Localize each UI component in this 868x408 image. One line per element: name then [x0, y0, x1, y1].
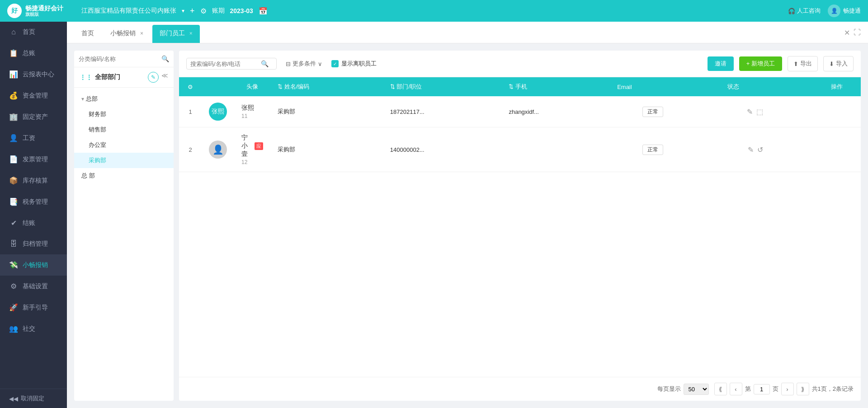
consultant-btn[interactable]: 🎧 人工咨询	[788, 7, 821, 15]
export-btn[interactable]: ⬆ 导出	[788, 56, 818, 71]
dept-edit-btn[interactable]: ✎	[148, 72, 159, 83]
user-area[interactable]: 👤 畅捷通	[828, 5, 861, 17]
dept-node-finance[interactable]: 财务部	[74, 107, 174, 122]
headset-icon: 🎧	[788, 8, 795, 14]
sidebar-item-salary[interactable]: 👤 工资	[0, 127, 67, 149]
dept-search-bar: 🔍	[74, 51, 174, 67]
sidebar-item-checkout[interactable]: ✔ 结账	[0, 212, 67, 234]
last-page-btn[interactable]: ⟫	[797, 383, 809, 395]
show-resigned-toggle[interactable]: ✓ 显示离职员工	[331, 60, 377, 68]
col-dept[interactable]: ⇅ 部门/职位	[383, 77, 502, 96]
logo-text: 畅捷通好会计 旗舰版	[25, 5, 63, 18]
checkout-icon: ✔	[9, 219, 18, 227]
sidebar-item-funds[interactable]: 💰 资金管理	[0, 85, 67, 106]
sidebar-item-assets[interactable]: 🏢 固定资产	[0, 106, 67, 127]
dept-node-sales[interactable]: 销售部	[74, 122, 174, 137]
settings-icon[interactable]: ⚙	[200, 7, 207, 15]
add-employee-btn[interactable]: + 新增员工	[739, 56, 782, 71]
sidebar-item-colleagues[interactable]: 👥 社交	[0, 318, 67, 339]
sidebar-item-invoice[interactable]: 📄 发票管理	[0, 149, 67, 170]
actions-cell-2: ✎ ↺	[696, 127, 770, 172]
import-btn[interactable]: ⬇ 导入	[823, 56, 854, 71]
assets-icon: 🏢	[9, 113, 18, 121]
employee-search-icon[interactable]: 🔍	[261, 60, 269, 67]
sidebar-label-funds: 资金管理	[23, 92, 48, 100]
col-settings[interactable]: ⚙	[179, 77, 202, 96]
sort-icon: ⇅	[278, 83, 283, 90]
col-name[interactable]: ⇅ 姓名/编码	[270, 77, 383, 96]
tab-home[interactable]: 首页	[74, 25, 101, 43]
dept-node-purchasing[interactable]: 采购部	[74, 153, 174, 168]
dept-node-hq2[interactable]: 总 部	[74, 168, 174, 183]
basic-settings-icon: ⚙	[9, 282, 18, 291]
period-label: 账期	[212, 7, 225, 15]
page-size-selector: 每页显示 50 100 200	[657, 384, 709, 395]
company-dropdown-btn[interactable]: ▾	[182, 8, 184, 14]
sidebar-item-reports[interactable]: 📊 云报表中心	[0, 64, 67, 85]
edit-btn-2[interactable]: ✎	[748, 145, 754, 154]
total-records-label: 共1页，2条记录	[812, 385, 854, 393]
tab-department[interactable]: 部门员工 ×	[152, 25, 200, 43]
employee-search-input[interactable]	[190, 61, 258, 67]
table-row: 2 👤 宁小壹	[179, 127, 861, 172]
dept-node-office[interactable]: 办公室	[74, 137, 174, 153]
sidebar-item-inventory[interactable]: 📦 库存核算	[0, 170, 67, 191]
period-value[interactable]: 2023-03	[230, 7, 253, 14]
dept-node-hq[interactable]: ▾ 总部	[74, 91, 174, 107]
phone-cell-1: 187202117...	[383, 96, 502, 127]
sidebar-item-tax[interactable]: 📑 税务管理	[0, 191, 67, 212]
sidebar-item-expense[interactable]: 💸 小畅报销	[0, 254, 67, 276]
sidebar-label-invoice: 发票管理	[23, 155, 48, 164]
sidebar-item-settings[interactable]: ⚙ 基础设置	[0, 276, 67, 297]
avatar-cell-2: 👤	[202, 127, 234, 172]
dept-collapse-btn[interactable]: ≪	[161, 72, 168, 83]
sidebar-unpin-btn[interactable]: ◀◀ 取消固定	[0, 389, 67, 408]
logout-btn-1[interactable]: ⬚	[756, 108, 763, 116]
sidebar-label-guide: 新手引导	[23, 304, 48, 312]
sidebar-item-guide[interactable]: 🚀 新手引导	[0, 297, 67, 318]
row-index-1: 1	[179, 96, 202, 127]
status-badge-1: 正常	[642, 107, 663, 117]
invoice-icon: 📄	[9, 155, 18, 164]
dept-search-icon[interactable]: 🔍	[161, 55, 169, 62]
tab-expense-close[interactable]: ×	[140, 30, 143, 37]
col-actions: 操作	[770, 77, 861, 96]
sidebar-label-tax: 税务管理	[23, 198, 48, 206]
sidebar-item-ledger[interactable]: 📋 总账	[0, 42, 67, 64]
sidebar-label-expense: 小畅报销	[23, 261, 48, 269]
tab-department-close[interactable]: ×	[189, 30, 193, 37]
show-resigned-checkbox[interactable]: ✓	[331, 60, 339, 67]
name-cell-1: 张熙 11	[234, 96, 270, 127]
edit-btn-1[interactable]: ✎	[747, 108, 753, 116]
unpin-icon: ◀◀	[9, 395, 18, 402]
sidebar-item-archive[interactable]: 🗄 归档管理	[0, 234, 67, 254]
page-navigation: ⟪ ‹ 第 页 › ⟫ 共1页，2条记录	[714, 383, 854, 395]
restore-btn-2[interactable]: ↺	[757, 145, 763, 154]
phone-sort-icon: ⇅	[509, 83, 514, 90]
page-content: 🔍 ⋮⋮ 全部部门 ✎ ≪ ▾ 总部	[67, 43, 868, 408]
more-filter-btn[interactable]: ⊟ 更多条件 ∨	[282, 58, 326, 70]
grid-icon: ⋮⋮	[80, 74, 92, 81]
col-phone[interactable]: ⇅ 手机	[501, 77, 610, 96]
invite-btn[interactable]: 邀请	[708, 56, 734, 71]
inventory-icon: 📦	[9, 176, 18, 185]
tab-expand-btn[interactable]: ⛶	[854, 28, 861, 37]
dept-toggle-hq: ▾	[81, 96, 84, 102]
col-avatar: 头像	[234, 77, 270, 96]
salary-icon: 👤	[9, 134, 18, 142]
employee-search-bar: 🔍	[186, 58, 277, 70]
tab-expense[interactable]: 小畅报销 ×	[103, 25, 151, 43]
tab-close-all-btn[interactable]: ✕	[844, 28, 850, 37]
prev-page-btn[interactable]: ‹	[730, 383, 742, 395]
dept-cell-1: 采购部	[270, 96, 383, 127]
add-account-btn[interactable]: +	[190, 6, 195, 16]
dept-search-input[interactable]	[79, 56, 161, 62]
page-size-select[interactable]: 50 100 200	[684, 384, 709, 395]
calendar-icon[interactable]: 📅	[259, 7, 268, 15]
avatar-cell-1: 张熙	[202, 96, 234, 127]
col-index	[202, 77, 234, 96]
first-page-btn[interactable]: ⟪	[714, 383, 727, 395]
page-number-input[interactable]	[754, 384, 770, 394]
sidebar-item-home[interactable]: ⌂ 首页	[0, 22, 67, 42]
next-page-btn[interactable]: ›	[781, 383, 794, 395]
